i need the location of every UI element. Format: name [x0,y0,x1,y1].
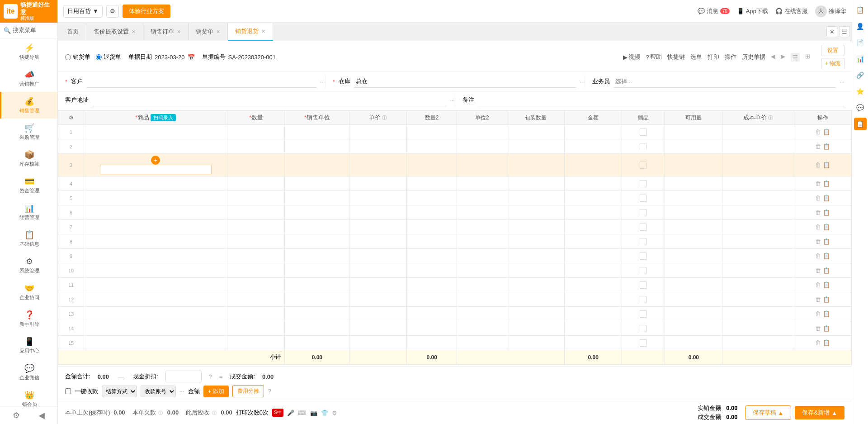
delete-icon[interactable]: 🗑 [815,129,821,135]
amount-cell[interactable] [565,139,622,154]
payment-checkbox[interactable] [65,388,71,394]
amount-cell[interactable] [565,234,622,249]
qty2-cell[interactable] [407,278,457,292]
available-cell[interactable] [665,234,722,249]
pack-qty-cell[interactable] [507,191,565,205]
delete-icon[interactable]: 🗑 [815,281,821,288]
unit2-cell[interactable] [457,139,507,154]
gift-cell[interactable] [622,336,665,350]
gift-checkbox[interactable] [640,209,647,216]
gift-cell[interactable] [622,139,665,154]
accounting-select[interactable]: 结算方式 [102,386,137,397]
available-cell[interactable] [665,307,722,321]
print-btn[interactable]: 打印 [708,53,719,62]
warehouse-dots[interactable]: ··· [580,78,585,85]
copy-icon[interactable]: 📋 [823,224,830,230]
unit-cell[interactable] [285,220,349,234]
unit-cell[interactable] [285,176,349,191]
sidebar-item-guide[interactable]: ❓ 新手引导 [0,305,57,332]
address-input[interactable] [92,94,446,106]
close-icon[interactable]: ✕ [216,29,220,35]
pack-qty-cell[interactable] [507,205,565,220]
gift-checkbox[interactable] [640,281,647,289]
salesperson-input[interactable] [613,75,836,88]
qty2-cell[interactable] [407,336,457,350]
product-cell[interactable] [84,336,227,350]
unit-cell[interactable] [285,307,349,321]
price-cell[interactable] [349,125,407,139]
close-all-tabs-btn[interactable]: ✕ [826,26,837,37]
gift-cell[interactable] [622,263,665,278]
cost-price-cell[interactable] [722,220,794,234]
delete-icon[interactable]: 🗑 [815,195,821,201]
amount-cell[interactable] [565,263,622,278]
amount-cell[interactable] [565,321,622,336]
cost-price-cell[interactable] [722,307,794,321]
delete-icon[interactable]: 🗑 [815,180,821,187]
select-btn[interactable]: 选单 [690,53,702,62]
unit2-cell[interactable] [457,263,507,278]
unit2-cell[interactable] [457,249,507,263]
gift-cell[interactable] [622,125,665,139]
user-profile[interactable]: 人 徐泽华 [815,5,846,17]
available-cell[interactable] [665,220,722,234]
product-cell[interactable] [84,278,227,292]
qty2-cell[interactable] [407,220,457,234]
available-cell[interactable] [665,125,722,139]
tab-home[interactable]: 首页 [60,23,86,40]
unit-cell[interactable] [285,139,349,154]
unit-cell[interactable] [285,292,349,307]
unit2-cell[interactable] [457,154,507,176]
customer-dots[interactable]: ··· [320,78,325,85]
unit2-cell[interactable] [457,336,507,350]
pack-qty-cell[interactable] [507,220,565,234]
sidebar-item-purchase[interactable]: 🛒 采购管理 [0,119,57,145]
qty2-cell[interactable] [407,154,457,176]
col-settings[interactable]: ⚙ [58,111,84,125]
gift-cell[interactable] [622,154,665,176]
delete-icon[interactable]: 🗑 [815,310,821,317]
pack-qty-cell[interactable] [507,292,565,307]
price-cell[interactable] [349,263,407,278]
qty2-cell[interactable] [407,205,457,220]
copy-icon[interactable]: 📋 [823,129,830,135]
qty2-cell[interactable] [407,263,457,278]
customer-input[interactable] [86,75,316,88]
unit-cell[interactable] [285,191,349,205]
gift-checkbox[interactable] [640,180,647,187]
product-cell[interactable] [84,220,227,234]
sidebar-item-apps[interactable]: 📱 应用中心 [0,332,57,359]
gift-cell[interactable] [622,321,665,336]
copy-icon[interactable]: 📋 [823,296,830,303]
amount-cell[interactable] [565,220,622,234]
unit-cell[interactable] [285,154,349,176]
available-cell[interactable] [665,249,722,263]
cost-price-cell[interactable] [722,336,794,350]
copy-icon[interactable]: 📋 [823,281,830,288]
qty-cell[interactable] [227,278,285,292]
product-cell[interactable] [84,205,227,220]
sidebar-item-basic[interactable]: 📋 基础信息 [0,225,57,252]
available-cell[interactable] [665,191,722,205]
cost-price-cell[interactable] [722,263,794,278]
collapse-btn[interactable]: ◀ [38,410,45,420]
settings-side-btn[interactable]: 设置 [821,45,844,56]
sidebar-item-finance[interactable]: 💳 资金管理 [0,172,57,199]
delete-icon[interactable]: 🗑 [815,143,821,150]
unit2-cell[interactable] [457,191,507,205]
copy-icon[interactable]: 📋 [823,252,830,259]
cost-price-cell[interactable] [722,249,794,263]
sales-doc-radio[interactable]: 销货单 [65,53,90,61]
copy-icon[interactable]: 📋 [823,267,830,274]
video-btn[interactable]: ▶ 视频 [623,53,640,62]
scan-btn[interactable]: 扫码录入 [151,114,176,121]
gift-checkbox[interactable] [640,252,647,260]
sidebar-item-inventory[interactable]: 📦 库存核算 [0,145,57,172]
tab-price-extract[interactable]: 售价提取设置 ✕ [86,23,143,40]
sidebar-item-wechat[interactable]: 💬 企业微信 [0,359,57,386]
gift-checkbox[interactable] [640,143,647,150]
copy-icon[interactable]: 📋 [823,209,830,216]
qty2-cell[interactable] [407,307,457,321]
pack-qty-cell[interactable] [507,234,565,249]
pack-qty-cell[interactable] [507,154,565,176]
